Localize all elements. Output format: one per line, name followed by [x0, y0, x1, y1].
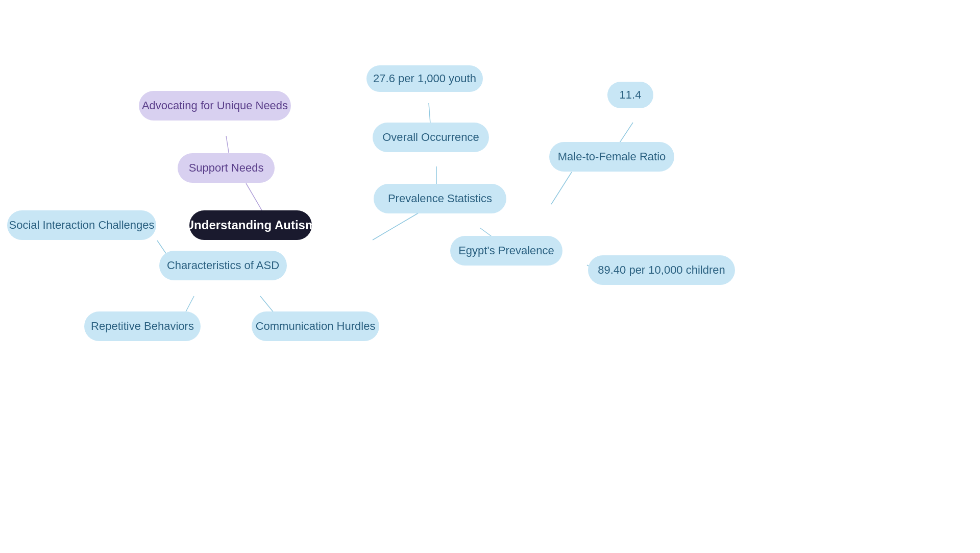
svg-line-0 — [373, 213, 419, 240]
egypt-value-node: 89.40 per 10,000 children — [588, 255, 735, 285]
overall-occurrence-node: Overall Occurrence — [373, 123, 489, 152]
repetitive-behaviors-node: Repetitive Behaviors — [84, 311, 201, 341]
communication-hurdles-node: Communication Hurdles — [252, 311, 379, 341]
male-female-ratio-node: Male-to-Female Ratio — [549, 142, 674, 172]
svg-line-3 — [551, 172, 572, 204]
center-node: Understanding Autism — [189, 210, 312, 240]
characteristics-asd-node: Characteristics of ASD — [159, 251, 287, 280]
youth-rate-node: 27.6 per 1,000 youth — [366, 65, 483, 92]
social-interaction-node: Social Interaction Challenges — [7, 210, 156, 240]
advocating-node: Advocating for Unique Needs — [139, 91, 291, 121]
ratio-value-node: 11.4 — [607, 82, 653, 108]
prevalence-statistics-node: Prevalence Statistics — [374, 184, 506, 213]
support-needs-node: Support Needs — [178, 153, 275, 183]
egypt-prevalence-node: Egypt's Prevalence — [450, 236, 562, 266]
